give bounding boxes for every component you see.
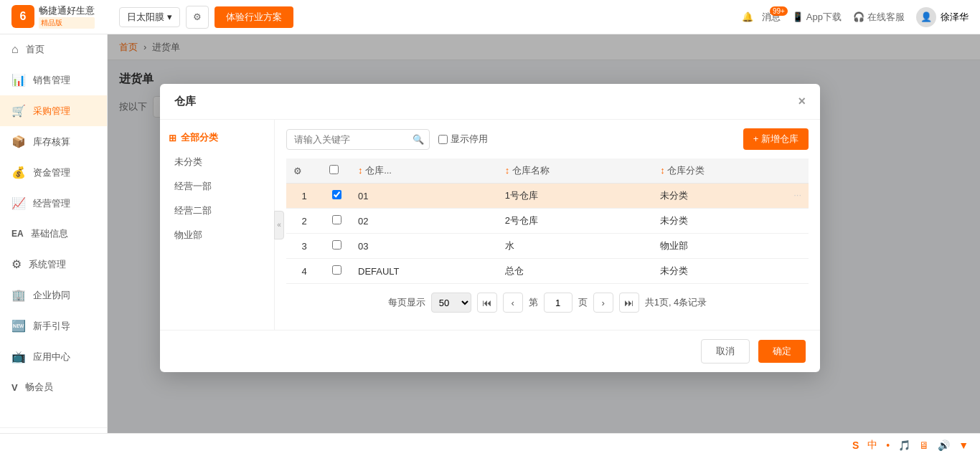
status-bar: S 中 • 🎵 🖥 🔊 ▼ [0,433,980,456]
chinese-input-icon[interactable]: 中 [867,439,877,452]
page-label: 第 [529,296,538,309]
sidebar-item-finance[interactable]: 💰 资金管理 [0,157,107,188]
notification-badge: 99+ [770,6,788,16]
row-checkbox[interactable] [332,240,341,250]
table-header: ⚙ ↕ 仓库... ↕ 仓库名称 [286,158,809,184]
next-page-button[interactable]: › [593,293,613,313]
purchase-icon: 🛒 [11,104,26,118]
row-name: 水 [498,234,654,259]
category-item-property[interactable]: 物业部 [160,223,274,247]
row-checkbox[interactable] [332,265,341,275]
page-number-input[interactable] [544,293,573,313]
dialog-close-button[interactable]: × [798,94,806,109]
sales-icon: 📊 [11,73,26,87]
online-service[interactable]: 🎧 在线客服 [853,11,905,24]
category-item-unclassified[interactable]: 未分类 [160,150,274,174]
category-panel: ⊞ 全部分类 未分类 经营一部 经营二部 物业部 « [160,120,275,330]
col-header-code: ↕ 仓库... [351,158,498,184]
search-input-wrap: 🔍 [286,129,430,150]
sidebar-item-basic[interactable]: EA 基础信息 [0,219,107,249]
sidebar-item-sales[interactable]: 📊 销售管理 [0,65,107,95]
sidebar-label-basic: 基础信息 [31,227,68,240]
sidebar-label-finance: 资金管理 [33,166,70,179]
settings-button[interactable]: ⚙ [186,6,209,29]
cancel-button[interactable]: 取消 [701,339,750,364]
show-disabled-label[interactable]: 显示停用 [438,133,488,146]
brand-tag: 精品版 [39,17,95,29]
sidebar-label-system: 系统管理 [29,258,66,271]
row-gear-cell: 3 [286,234,322,259]
table-row[interactable]: 3 03 水 物业部 [286,234,809,259]
dropdown-icon: ▾ [167,11,172,22]
table-row[interactable]: 1 01 1号仓库 未分类··· [286,184,809,209]
enterprise-icon: 🏢 [11,288,26,302]
table-row[interactable]: 4 DEFAULT 总仓 未分类 [286,259,809,284]
user-name: 徐泽华 [941,11,969,24]
dialog-footer: 取消 确定 [160,330,820,372]
row-code: DEFAULT [351,259,498,284]
s-logo-icon: S [852,440,859,451]
warehouse-dialog: 仓库 × ⊞ 全部分类 未分类 经营一部 经营二部 物业部 « [160,84,820,372]
sidebar-item-system[interactable]: ⚙ 系统管理 [0,249,107,280]
dialog-body: ⊞ 全部分类 未分类 经营一部 经营二部 物业部 « 🔍 [160,120,820,330]
inventory-icon: 📦 [11,135,26,148]
col-header-check [322,158,351,184]
app-download[interactable]: 📱 App下载 [792,11,842,24]
sidebar-item-enterprise[interactable]: 🏢 企业协同 [0,280,107,310]
category-item-ops1[interactable]: 经营一部 [160,174,274,199]
sidebar-item-home[interactable]: ⌂ 首页 [0,34,107,65]
prev-page-button[interactable]: ‹ [503,293,523,313]
last-page-button[interactable]: ⏭ [619,293,639,313]
row-name: 1号仓库 [498,184,654,209]
headset-icon: 🎧 [853,11,864,22]
row-check-cell [322,259,351,284]
sidebar-item-guide[interactable]: 🆕 新手引导 [0,310,107,341]
row-checkbox[interactable] [332,215,341,224]
guide-icon: 🆕 [11,319,26,333]
per-page-label: 每页显示 [388,296,425,309]
user-avatar-area[interactable]: 👤 徐泽华 [916,7,969,27]
sidebar-item-purchase[interactable]: 🛒 采购管理 [0,95,107,126]
search-input[interactable] [286,129,430,150]
add-warehouse-button[interactable]: + 新增仓库 [743,128,809,150]
sidebar-label-home: 首页 [26,43,44,56]
row-name: 2号仓库 [498,209,654,234]
row-checkbox[interactable] [332,190,341,199]
col-header-category: ↕ 仓库分类 [653,158,809,184]
table-row[interactable]: 2 02 2号仓库 未分类 [286,209,809,234]
row-code: 01 [351,184,498,209]
select-all-checkbox[interactable] [329,165,339,174]
header-right: 🔔 99+ 消息 📱 App下载 🎧 在线客服 👤 徐泽华 [742,7,969,27]
volume-icon[interactable]: 🔊 [938,440,950,451]
row-actions[interactable]: ··· [793,189,801,200]
top-header: 6 畅捷通好生意 精品版 日太阳膜 ▾ ⚙ 体验行业方案 🔔 99+ 消息 📱 … [0,0,980,34]
store-selector[interactable]: 日太阳膜 ▾ [119,7,180,27]
all-category-item[interactable]: ⊞ 全部分类 [160,125,274,150]
monitor-icon[interactable]: 🖥 [919,440,929,451]
col-header-gear: ⚙ [286,158,322,184]
sidebar-item-appstore[interactable]: 📺 应用中心 [0,341,107,372]
gear-header-icon: ⚙ [293,166,302,176]
search-icon[interactable]: 🔍 [413,134,424,145]
sidebar-item-operations[interactable]: 📈 经营管理 [0,188,107,219]
trial-button[interactable]: 体验行业方案 [215,6,293,28]
more-icon[interactable]: ▼ [958,440,969,451]
row-check-cell [322,184,351,209]
notification-bell[interactable]: 🔔 99+ 消息 [742,11,781,24]
per-page-select[interactable]: 50 20 100 [431,293,471,313]
sidebar-item-member[interactable]: V 畅会员 [0,372,107,402]
operations-icon: 📈 [11,196,26,210]
first-page-button[interactable]: ⏮ [477,293,497,313]
show-disabled-checkbox[interactable] [438,135,448,144]
page-suffix: 页 [578,296,588,309]
category-item-ops2[interactable]: 经营二部 [160,199,274,223]
search-bar: 🔍 显示停用 + 新增仓库 [286,128,809,150]
sidebar: ⌂ 首页 📊 销售管理 🛒 采购管理 📦 库存核算 💰 资金管理 📈 经营管理 … [0,34,108,456]
row-category: 未分类··· [653,184,809,209]
phone-icon: 📱 [792,11,804,22]
confirm-button[interactable]: 确定 [758,340,806,363]
row-code: 03 [351,234,498,259]
collapse-panel-button[interactable]: « [274,211,284,239]
music-icon[interactable]: 🎵 [898,440,910,451]
sidebar-item-inventory[interactable]: 📦 库存核算 [0,126,107,157]
